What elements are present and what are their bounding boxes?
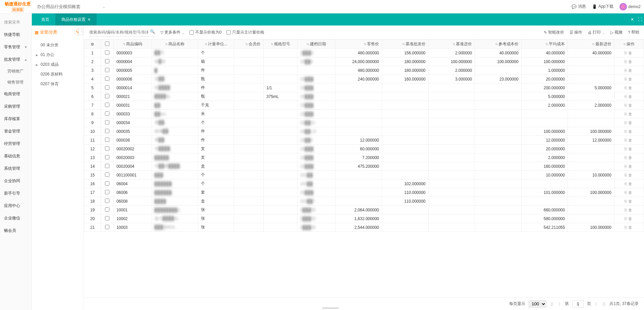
row-copy-icon[interactable]: ⎘ [625, 86, 628, 90]
row-delete-icon[interactable]: 🗑 [628, 190, 634, 195]
table-row[interactable]: 1910001████████A .张2███052,064.000000660… [84, 206, 644, 214]
row-delete-icon[interactable]: 🗑 [628, 77, 634, 82]
row-copy-icon[interactable]: ⎘ [625, 164, 628, 169]
gear-icon[interactable]: ⚙ [91, 42, 94, 47]
column-header[interactable]: ⇅零售价 [335, 40, 382, 49]
app-download-button[interactable]: 📱App下载 [592, 4, 613, 9]
table-row[interactable]: 6000021████品瓶375mL20███5.000000⎘🗑 [84, 92, 644, 101]
column-header[interactable]: ⇅操作 [614, 40, 644, 49]
workspace-selector[interactable]: 办公用品行业模拟账套 ⌄ [37, 4, 106, 10]
row-copy-icon[interactable]: ⎘ [625, 94, 628, 99]
row-copy-icon[interactable]: ⎘ [625, 225, 628, 230]
row-copy-icon[interactable]: ⎘ [625, 182, 628, 186]
row-checkbox[interactable] [105, 76, 109, 81]
row-copy-icon[interactable]: ⎘ [625, 173, 628, 177]
row-delete-icon[interactable]: 🗑 [628, 94, 634, 99]
row-checkbox[interactable] [105, 111, 109, 116]
row-checkbox[interactable] [105, 59, 109, 63]
sidebar-item[interactable]: 基础信息 [0, 150, 32, 162]
column-header[interactable]: ⇅计量单位... [198, 40, 234, 49]
tab-close-button[interactable]: ✕ [631, 17, 634, 22]
sidebar-search[interactable]: 搜索菜单 [0, 16, 32, 29]
column-header[interactable]: ⇅建档日期 [298, 40, 335, 49]
table-row[interactable]: 7000031██千克20███2.0000002.000000⎘🗑 [84, 101, 644, 110]
more-filters-button[interactable]: ▽更多条件⌄ [160, 30, 185, 35]
row-delete-icon[interactable]: 🗑 [628, 103, 634, 108]
tab[interactable]: 首页 [35, 13, 55, 25]
sidebar-item[interactable]: 系统管理 [0, 162, 32, 175]
fullscreen-icon[interactable]: ⛶ [638, 17, 642, 22]
table-row[interactable]: 20000004收█纸箱20██824,000.000000180.000000… [84, 57, 644, 66]
row-copy-icon[interactable]: ⎘ [625, 68, 628, 73]
row-checkbox[interactable] [105, 225, 109, 229]
row-checkbox[interactable] [105, 164, 109, 168]
tree-node[interactable]: ▸0203 成品 [35, 60, 81, 69]
row-copy-icon[interactable]: ⎘ [625, 216, 628, 221]
video-button[interactable]: ▷视频 [610, 30, 623, 35]
row-delete-icon[interactable]: 🗑 [628, 129, 634, 134]
table-row[interactable]: 8000033██est米20███⎘🗑 [84, 110, 644, 118]
page-size-select[interactable]: 100 [529, 300, 546, 308]
row-copy-icon[interactable]: ⎘ [625, 51, 628, 55]
table-row[interactable]: 15001100001███个202██10.00000010.000000⎘🗑 [84, 171, 644, 179]
row-copy-icon[interactable]: ⎘ [625, 208, 628, 212]
row-copy-icon[interactable]: ⎘ [625, 59, 628, 64]
row-delete-icon[interactable]: 🗑 [628, 147, 634, 151]
drag-handle[interactable] [322, 307, 339, 309]
row-copy-icon[interactable]: ⎘ [625, 147, 628, 151]
sidebar-item[interactable]: 经营管理 [0, 138, 32, 150]
row-delete-icon[interactable]: 🗑 [628, 112, 634, 116]
column-header[interactable]: ⚙ [84, 40, 101, 49]
search-icon[interactable]: 🔍 [150, 29, 155, 34]
hide-zero-checkbox[interactable]: 不显示价格为0 [190, 30, 222, 35]
table-row[interactable]: 1606004██████ .个202██102.000000⎘🗑 [84, 179, 644, 188]
row-copy-icon[interactable]: ⎘ [625, 112, 628, 116]
print-button[interactable]: 🖨打印⌄ [588, 30, 605, 35]
sidebar-item[interactable]: 批发管理▲ [0, 53, 32, 66]
row-delete-icon[interactable]: 🗑 [628, 59, 634, 64]
table-row[interactable]: 1806008████盒202██7110.000000⎘🗑 [84, 197, 644, 206]
row-delete-icon[interactable]: 🗑 [628, 51, 634, 55]
help-button[interactable]: ?帮助 [628, 30, 639, 35]
row-checkbox[interactable] [105, 94, 109, 98]
sidebar-subitem[interactable]: 销售管理 [0, 77, 32, 88]
table-row[interactable]: 9000034奥██个20██23⎘🗑 [84, 118, 644, 127]
tree-node[interactable]: ▸01 办公 [35, 50, 81, 60]
row-checkbox[interactable] [105, 138, 109, 142]
tab[interactable]: 商品价格设置✕ [55, 13, 97, 25]
row-copy-icon[interactable]: ⎘ [625, 77, 628, 82]
tree-node[interactable]: 00 未分类 [35, 40, 81, 50]
sidebar-item[interactable]: 零售管理▼ [0, 41, 32, 53]
row-delete-icon[interactable]: 🗑 [628, 173, 634, 177]
column-header[interactable]: ⇅平均成本 [521, 40, 568, 49]
row-delete-icon[interactable]: 🗑 [628, 138, 634, 143]
row-delete-icon[interactable]: 🗑 [628, 86, 634, 90]
row-checkbox[interactable] [105, 199, 109, 203]
sidebar-item[interactable]: 采购管理 [0, 100, 32, 113]
row-checkbox[interactable] [105, 129, 109, 133]
row-delete-icon[interactable]: 🗑 [628, 199, 634, 204]
row-delete-icon[interactable]: 🗑 [628, 208, 634, 212]
ops-button[interactable]: ☰操作 [570, 30, 582, 35]
table-row[interactable]: 40000006洗██瓶20███240.000000160.0000003.0… [84, 75, 644, 84]
sidebar-item[interactable]: 快捷导航 [0, 29, 32, 41]
row-checkbox[interactable] [105, 68, 109, 72]
only-main-unit-checkbox[interactable]: 只显示主计量价格 [226, 30, 264, 35]
sidebar-subitem[interactable]: 营销推广 [0, 66, 32, 77]
table-row[interactable]: 1200020002传████ .支20███60.00000020.00000… [84, 145, 644, 153]
row-delete-icon[interactable]: 🗑 [628, 155, 634, 160]
sidebar-item[interactable]: 应用中心 [0, 200, 32, 212]
collapse-tree-button[interactable]: 《 [78, 28, 84, 35]
sidebar-item[interactable]: 畅会员 [0, 224, 32, 237]
sidebar-item[interactable]: 库存核算 [0, 113, 32, 125]
table-row[interactable]: 2110003███新特办 .张2███052,544.000000542.21… [84, 223, 644, 232]
row-delete-icon[interactable]: 🗑 [628, 225, 634, 230]
column-header[interactable] [101, 40, 114, 49]
table-row[interactable]: 11000036测██件20██812.00000012.00000012.00… [84, 136, 644, 145]
row-delete-icon[interactable]: 🗑 [628, 120, 634, 125]
sidebar-item[interactable]: 资金管理 [0, 125, 32, 138]
column-header[interactable]: ⇅商品编码 [114, 40, 152, 49]
row-checkbox[interactable] [105, 146, 109, 151]
sidebar-item[interactable]: 新手引导 [0, 187, 32, 200]
row-copy-icon[interactable]: ⎘ [625, 103, 628, 108]
